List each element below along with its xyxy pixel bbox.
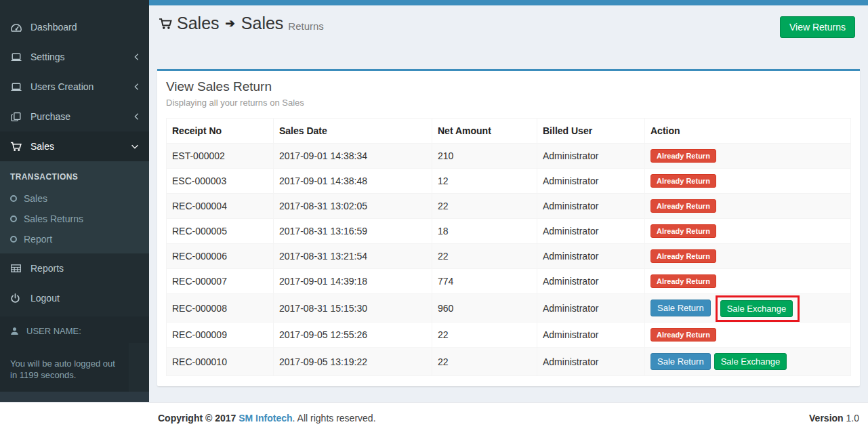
column-header: Net Amount bbox=[432, 119, 537, 144]
circle-icon bbox=[10, 236, 17, 243]
sales-date-cell: 2017-09-01 14:38:34 bbox=[274, 144, 432, 169]
version-label: Version bbox=[809, 413, 844, 424]
copy-icon bbox=[10, 112, 25, 122]
copyright-prefix: Copyright © 2017 bbox=[158, 413, 239, 424]
already-return-button[interactable]: Already Return bbox=[650, 174, 716, 188]
transactions-section-label: TRANSACTIONS bbox=[0, 167, 149, 188]
table-row: REC-0000102017-09-05 13:19:2222Administr… bbox=[167, 348, 851, 376]
circle-icon bbox=[10, 215, 17, 222]
sidebar-item-dashboard[interactable]: Dashboard bbox=[0, 12, 149, 42]
sales-date-cell: 2017-08-31 13:16:59 bbox=[274, 219, 432, 244]
breadcrumb-returns: Returns bbox=[288, 15, 324, 32]
submenu-item-sales-returns[interactable]: Sales Returns bbox=[0, 209, 149, 229]
net-amount-cell: 18 bbox=[432, 219, 537, 244]
sales-date-cell: 2017-08-31 13:02:05 bbox=[274, 194, 432, 219]
panel-subtitle: Displaying all your returns on Sales bbox=[166, 98, 851, 108]
copyright-text: Copyright © 2017 SM Infotech. All rights… bbox=[158, 413, 376, 424]
billed-user-cell: Administrator bbox=[537, 169, 645, 194]
footer: Copyright © 2017 SM Infotech. All rights… bbox=[0, 402, 868, 433]
power-icon bbox=[10, 293, 25, 304]
sale-return-button[interactable]: Sale Return bbox=[650, 353, 711, 370]
action-cell: Already Return bbox=[645, 219, 851, 244]
page: Dashboard Settings Users Creation bbox=[0, 0, 868, 433]
table-row: EST-0000022017-09-01 14:38:34210Administ… bbox=[167, 144, 851, 169]
already-return-button[interactable]: Already Return bbox=[650, 224, 716, 238]
sidebar-item-sales[interactable]: Sales bbox=[0, 131, 149, 161]
auto-logout-message: You will be auto logged out in 1199 seco… bbox=[0, 343, 129, 392]
receipt-no-cell: REC-000007 bbox=[167, 269, 274, 294]
already-return-button[interactable]: Already Return bbox=[650, 199, 716, 213]
billed-user-cell: Administrator bbox=[537, 269, 645, 294]
sidebar-item-label: Settings bbox=[30, 51, 65, 62]
sidebar-item-settings[interactable]: Settings bbox=[0, 42, 149, 72]
action-cell: Already Return bbox=[645, 244, 851, 269]
chevron-left-icon bbox=[134, 53, 139, 61]
column-header: Action bbox=[645, 119, 851, 144]
company-link[interactable]: SM Infotech bbox=[239, 413, 292, 424]
user-icon bbox=[10, 327, 22, 335]
page-title: Sales ➔ Sales Returns bbox=[159, 14, 324, 33]
billed-user-cell: Administrator bbox=[537, 244, 645, 269]
table-header: Receipt NoSales DateNet AmountBilled Use… bbox=[167, 119, 851, 144]
table-row: REC-0000042017-08-31 13:02:0522Administr… bbox=[167, 194, 851, 219]
billed-user-cell: Administrator bbox=[537, 144, 645, 169]
table-header-row: Receipt NoSales DateNet AmountBilled Use… bbox=[167, 119, 851, 144]
sidebar-item-reports[interactable]: Reports bbox=[0, 253, 149, 283]
sidebar-menu: Dashboard Settings Users Creation bbox=[0, 0, 149, 424]
action-cell: Already Return bbox=[645, 323, 851, 348]
sidebar-item-users-creation[interactable]: Users Creation bbox=[0, 72, 149, 102]
sale-exchange-button[interactable]: Sale Exchange bbox=[714, 353, 787, 370]
submenu-item-label: Report bbox=[24, 234, 52, 245]
net-amount-cell: 774 bbox=[432, 269, 537, 294]
already-return-button[interactable]: Already Return bbox=[650, 249, 716, 263]
sales-submenu: TRANSACTIONS Sales Sales Returns Report bbox=[0, 161, 149, 253]
receipt-no-cell: ESC-000003 bbox=[167, 169, 274, 194]
column-header: Receipt No bbox=[167, 119, 274, 144]
version-text: Version 1.0 bbox=[809, 413, 859, 424]
receipt-no-cell: EST-000002 bbox=[167, 144, 274, 169]
sales-returns-table-body: EST-0000022017-09-01 14:38:34210Administ… bbox=[167, 144, 851, 376]
column-header: Sales Date bbox=[274, 119, 432, 144]
sales-return-panel: View Sales Return Displaying all your re… bbox=[157, 69, 860, 386]
sidebar-item-label: Logout bbox=[30, 293, 60, 304]
cart-icon bbox=[159, 18, 173, 30]
sales-date-cell: 2017-09-05 12:55:26 bbox=[274, 323, 432, 348]
view-returns-button[interactable]: View Returns bbox=[780, 16, 855, 38]
sidebar-item-purchase[interactable]: Purchase bbox=[0, 102, 149, 131]
circle-icon bbox=[10, 195, 17, 202]
sales-date-cell: 2017-08-31 13:21:54 bbox=[274, 244, 432, 269]
submenu-item-report[interactable]: Report bbox=[0, 229, 149, 249]
laptop-icon bbox=[10, 82, 25, 92]
already-return-button[interactable]: Already Return bbox=[650, 274, 716, 288]
billed-user-cell: Administrator bbox=[537, 294, 645, 323]
action-cell: Already Return bbox=[645, 194, 851, 219]
net-amount-cell: 22 bbox=[432, 194, 537, 219]
arrow-right-icon: ➔ bbox=[226, 16, 235, 30]
net-amount-cell: 22 bbox=[432, 244, 537, 269]
action-cell: Sale ReturnSale Exchange bbox=[645, 294, 851, 323]
receipt-no-cell: REC-000010 bbox=[167, 348, 274, 376]
chevron-down-icon bbox=[131, 144, 139, 149]
submenu-item-label: Sales bbox=[24, 193, 47, 204]
net-amount-cell: 12 bbox=[432, 169, 537, 194]
receipt-no-cell: REC-000009 bbox=[167, 323, 274, 348]
chevron-left-icon bbox=[134, 112, 139, 121]
panel-title: View Sales Return bbox=[166, 79, 851, 94]
cart-icon bbox=[10, 142, 25, 152]
user-panel: USER NAME: bbox=[0, 316, 149, 343]
sale-return-button[interactable]: Sale Return bbox=[650, 300, 711, 316]
submenu-item-sales[interactable]: Sales bbox=[0, 188, 149, 209]
receipt-no-cell: REC-000008 bbox=[167, 294, 274, 323]
version-value: 1.0 bbox=[846, 413, 859, 424]
chevron-left-icon bbox=[134, 83, 139, 91]
already-return-button[interactable]: Already Return bbox=[650, 328, 716, 342]
sale-exchange-button[interactable]: Sale Exchange bbox=[720, 300, 793, 317]
dashboard-icon bbox=[10, 22, 25, 33]
sidebar-item-label: Users Creation bbox=[30, 81, 94, 92]
billed-user-cell: Administrator bbox=[537, 219, 645, 244]
sidebar-item-label: Reports bbox=[30, 263, 64, 274]
already-return-button[interactable]: Already Return bbox=[650, 149, 716, 163]
table-row: REC-0000062017-08-31 13:21:5422Administr… bbox=[167, 244, 851, 269]
sidebar-item-logout[interactable]: Logout bbox=[0, 283, 149, 313]
action-cell: Already Return bbox=[645, 269, 851, 294]
